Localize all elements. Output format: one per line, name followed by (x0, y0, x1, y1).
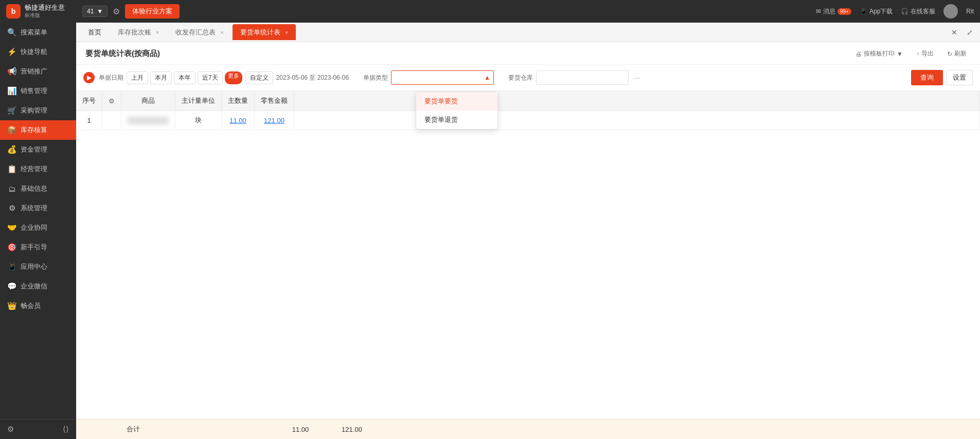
footer-label: 合计 (127, 425, 140, 433)
app-sub: 标准版 (25, 12, 65, 19)
date-more-badge[interactable]: 更多 (225, 71, 242, 84)
sidebar-item-search[interactable]: 🔍 搜索菜单 (0, 23, 76, 42)
page-title: 要货单统计表(按商品) (85, 49, 160, 59)
logo-area: b 畅捷通好生意 标准版 (6, 4, 82, 19)
refresh-btn[interactable]: ↻ 刷新 (943, 47, 971, 60)
sidebar-item-marketing[interactable]: 📢 营销推广 (0, 62, 76, 81)
chevron-down-icon: ▼ (97, 8, 103, 15)
filter-bar: ▶ 单据日期 上月 本月 本年 近7天 更多 自定义 2023-05-06 至 … (76, 65, 980, 91)
tab-order-summary-label: 要货单统计表 (240, 28, 280, 37)
tab-expand-icon[interactable]: ⤢ (964, 27, 976, 38)
type-select-box[interactable]: ▲ (391, 70, 494, 85)
sidebar-item-finance[interactable]: 💰 资金管理 (0, 140, 76, 159)
table-row: 1 ████████ 块 11.00 121.00 (76, 111, 980, 130)
th-product: 商品 (121, 91, 175, 111)
sidebar-label-finance: 资金管理 (21, 145, 47, 154)
tab-recv-summary[interactable]: 收发存汇总表 × (168, 24, 231, 40)
data-table: 序号 ⚙ 商品 主计量单位 主数量 零售金额 1 (76, 91, 980, 130)
th-unit: 主计量单位 (175, 91, 222, 111)
print-chevron-icon: ▼ (897, 50, 903, 58)
sidebar-label-guide: 新手引导 (21, 243, 47, 252)
cell-empty (294, 111, 980, 130)
trial-button[interactable]: 体验行业方案 (125, 4, 180, 19)
product-name: ████████ (128, 117, 169, 124)
sidebar-item-shortcut[interactable]: ⚡ 快捷导航 (0, 42, 76, 62)
refresh-icon: ↻ (947, 50, 952, 58)
footer-qty: 11.00 (292, 426, 309, 433)
tab-inventory-batch-close[interactable]: × (156, 29, 159, 35)
page-header: 要货单统计表(按商品) 🖨 按模板打印 ▼ ↑ 导出 ↻ 刷新 (76, 42, 980, 65)
date-btn-this-month[interactable]: 本月 (150, 71, 172, 84)
operation-icon: 📋 (7, 164, 16, 174)
sidebar-label-inventory: 库存核算 (21, 125, 47, 135)
sidebar-item-system[interactable]: ⚙ 系统管理 (0, 198, 76, 218)
sidebar: 🔍 搜索菜单⚡ 快捷导航📢 营销推广📊 销售管理🛒 采购管理📦 库存核算💰 资金… (0, 23, 76, 439)
date-btn-last-month[interactable]: 上月 (127, 71, 148, 84)
print-template-btn[interactable]: 🖨 按模板打印 ▼ (851, 47, 907, 60)
sidebar-item-guide[interactable]: 🎯 新手引导 (0, 237, 76, 257)
vip-icon: 👑 (7, 301, 16, 310)
sidebar-item-operation[interactable]: 📋 经营管理 (0, 159, 76, 179)
online-service-btn[interactable]: 🎧 在线客服 (901, 7, 935, 16)
table-area: 序号 ⚙ 商品 主计量单位 主数量 零售金额 1 (76, 91, 980, 419)
sidebar-item-purchase[interactable]: 🛒 采购管理 (0, 101, 76, 120)
date-btn-custom[interactable]: 自定义 (245, 71, 273, 84)
username: Rit (966, 8, 974, 15)
finance-icon: 💰 (7, 145, 16, 154)
version-select[interactable]: 41 ▼ (82, 6, 108, 17)
warehouse-input[interactable] (536, 70, 629, 85)
avatar[interactable] (943, 4, 958, 19)
th-settings[interactable]: ⚙ (102, 91, 121, 111)
tab-recv-summary-close[interactable]: × (220, 29, 223, 35)
sidebar-item-basic[interactable]: 🗂 基础信息 (0, 179, 76, 198)
export-btn[interactable]: ↑ 导出 (912, 47, 938, 60)
type-select-input[interactable] (391, 74, 481, 81)
expand-icon: ▶ (87, 74, 92, 81)
dropdown-item-order[interactable]: 要货单要货 (416, 92, 497, 111)
warehouse-filter-group: 要货仓库 ··· (508, 70, 640, 85)
app-name: 畅捷通好生意 (25, 4, 65, 12)
query-button[interactable]: 查询 (911, 70, 943, 85)
tab-inventory-batch[interactable]: 库存批次账 × (110, 24, 167, 40)
sidebar-item-inventory[interactable]: 📦 库存核算 (0, 120, 76, 140)
sidebar-item-sales[interactable]: 📊 销售管理 (0, 81, 76, 101)
sidebar-label-purchase: 采购管理 (21, 106, 47, 115)
date-range-text: 2023-05-06 至 2023-06-06 (276, 74, 349, 82)
cell-amount[interactable]: 121.00 (255, 111, 294, 130)
sidebar-label-coop: 企业协同 (21, 223, 47, 232)
th-empty (294, 91, 980, 111)
warehouse-more-icon[interactable]: ··· (634, 74, 640, 82)
type-select-arrow-icon[interactable]: ▲ (481, 74, 493, 81)
dropdown-item-return[interactable]: 要货单退货 (416, 111, 497, 129)
tab-close-all-icon[interactable]: ✕ (948, 27, 960, 38)
date-btn-this-year[interactable]: 本年 (174, 71, 195, 84)
message-btn[interactable]: ✉ 消息 99+ (816, 7, 851, 16)
sidebar-label-sales: 销售管理 (21, 86, 47, 96)
cell-unit: 块 (175, 111, 222, 130)
tab-order-summary[interactable]: 要货单统计表 × (233, 24, 296, 40)
tab-order-summary-close[interactable]: × (285, 29, 288, 35)
sidebar-label-wechat: 企业微信 (21, 282, 47, 291)
sidebar-item-wechat[interactable]: 💬 企业微信 (0, 277, 76, 296)
sidebar-settings-icon[interactable]: ⚙ (7, 425, 14, 434)
sidebar-collapse-icon[interactable]: ⟨⟩ (63, 425, 69, 434)
sidebar-item-coop[interactable]: 🤝 企业协同 (0, 218, 76, 237)
sidebar-bottom: ⚙ ⟨⟩ (0, 419, 76, 439)
message-badge: 99+ (838, 8, 851, 15)
sidebar-label-basic: 基础信息 (21, 184, 47, 193)
settings-button[interactable]: 设置 (946, 70, 973, 85)
message-label: 消息 (823, 7, 835, 16)
cell-qty[interactable]: 11.00 (222, 111, 255, 130)
sidebar-label-system: 系统管理 (21, 204, 47, 213)
date-filter-group: 单据日期 上月 本月 本年 近7天 更多 自定义 2023-05-06 至 20… (99, 71, 349, 84)
table-footer: 合计 11.00 121.00 (76, 419, 980, 439)
app-download-btn[interactable]: 📱 App下载 (860, 7, 893, 16)
settings-icon[interactable]: ⚙ (113, 7, 120, 16)
filter-expand-btn[interactable]: ▶ (83, 72, 95, 83)
sidebar-item-vip[interactable]: 👑 畅会员 (0, 296, 76, 316)
tab-home[interactable]: 首页 (80, 24, 109, 40)
date-btn-7days[interactable]: 近7天 (198, 71, 223, 84)
page-content: 要货单统计表(按商品) 🖨 按模板打印 ▼ ↑ 导出 ↻ 刷新 (76, 42, 980, 439)
search-icon: 🔍 (7, 28, 16, 37)
sidebar-item-apps[interactable]: 📱 应用中心 (0, 257, 76, 277)
